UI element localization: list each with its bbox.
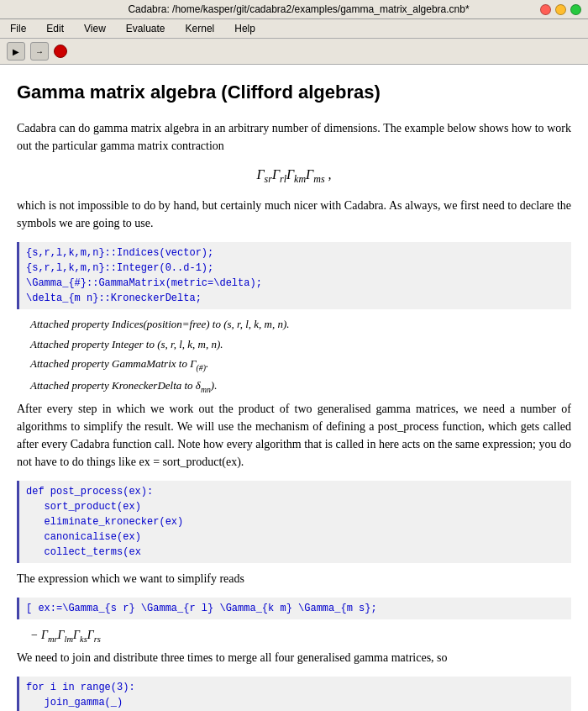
maximize-button[interactable] bbox=[570, 4, 581, 15]
simplify-paragraph: The expression which we want to simplify… bbox=[17, 570, 571, 587]
menu-edit[interactable]: Edit bbox=[43, 21, 67, 36]
property-3: Attached property GammaMatrix to Γ(#). bbox=[30, 356, 571, 374]
toolbar-btn-2[interactable]: → bbox=[30, 42, 49, 61]
code-cell-2[interactable]: def post_process(ex): sort_product(ex) e… bbox=[17, 481, 571, 563]
menu-evaluate[interactable]: Evaluate bbox=[123, 21, 169, 36]
content-area: Gamma matrix algebra (Clifford algebras)… bbox=[0, 65, 588, 711]
code-cell-3[interactable]: [ ex:=\Gamma_{s r} \Gamma_{r l} \Gamma_{… bbox=[17, 598, 571, 619]
toolbar: ▶ → bbox=[0, 39, 588, 65]
menu-file[interactable]: File bbox=[7, 21, 29, 36]
close-button[interactable] bbox=[540, 4, 551, 15]
toolbar-btn-1[interactable]: ▶ bbox=[7, 42, 25, 61]
window-controls bbox=[540, 4, 581, 15]
property-1: Attached property Indices(position=free)… bbox=[30, 316, 571, 333]
property-4: Attached property KroneckerDelta to δmn)… bbox=[30, 377, 571, 396]
math-formula-1: ΓsrΓrlΓkmΓms , bbox=[17, 165, 571, 187]
window-title: Cadabra: /home/kasper/git/cadabra2/examp… bbox=[57, 3, 540, 15]
code-cell-1[interactable]: {s,r,l,k,m,n}::Indices(vector); {s,r,l,k… bbox=[17, 242, 571, 309]
stop-button[interactable] bbox=[54, 45, 67, 58]
intro-paragraph: Cadabra can do gamma matrix algebra in a… bbox=[17, 119, 571, 155]
minimize-button[interactable] bbox=[555, 4, 566, 15]
menu-view[interactable]: View bbox=[81, 21, 109, 36]
code-cell-4[interactable]: for i in range(3): join_gamma(_) distrib… bbox=[17, 677, 571, 711]
join-distribute-paragraph: We need to join and distribute three tim… bbox=[17, 649, 571, 666]
page-title: Gamma matrix algebra (Clifford algebras) bbox=[17, 78, 571, 106]
after-properties-paragraph: After every step in which we work out th… bbox=[17, 400, 571, 471]
math-output-1: − ΓmrΓlmΓksΓrs bbox=[30, 626, 571, 646]
title-bar: Cadabra: /home/kasper/git/cadabra2/examp… bbox=[0, 0, 588, 19]
menu-kernel[interactable]: Kernel bbox=[182, 21, 218, 36]
menu-bar: File Edit View Evaluate Kernel Help bbox=[0, 19, 588, 39]
menu-help[interactable]: Help bbox=[231, 21, 259, 36]
after-formula-paragraph: which is not impossible to do by hand, b… bbox=[17, 197, 571, 232]
property-2: Attached property Integer to (s, r, l, k… bbox=[30, 336, 571, 353]
